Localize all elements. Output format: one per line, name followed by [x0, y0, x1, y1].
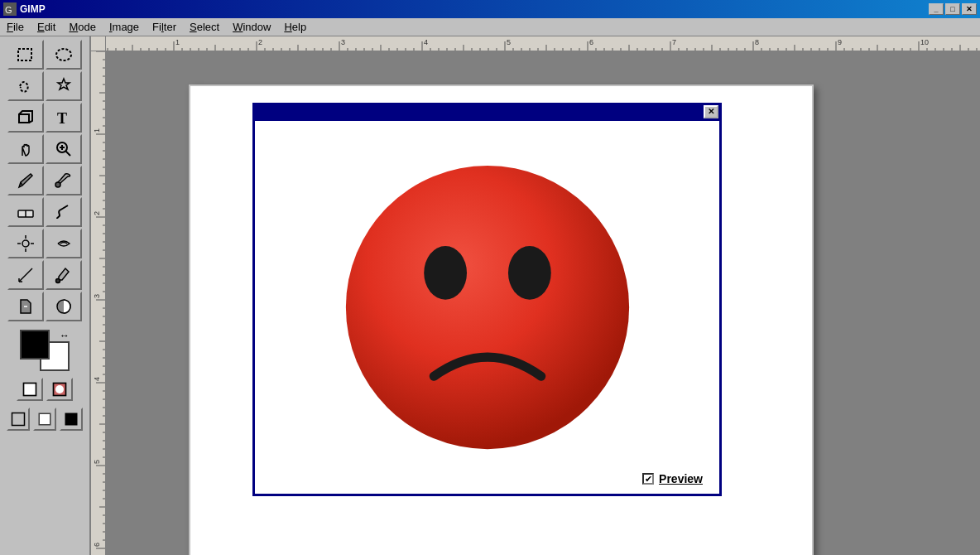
- dialog-close-button[interactable]: ✕: [704, 105, 718, 118]
- menu-help[interactable]: Help: [277, 19, 313, 35]
- preview-area: ✔ Preview: [642, 472, 703, 485]
- title-bar: G GIMP _ □ ✕: [0, 0, 980, 18]
- pencil-tool[interactable]: [7, 166, 44, 195]
- menu-edit[interactable]: Edit: [31, 19, 62, 35]
- quick-mask-button[interactable]: [46, 378, 73, 401]
- fill-tool[interactable]: [7, 292, 44, 321]
- dodge-tool[interactable]: [46, 292, 82, 321]
- presentation-button[interactable]: [60, 408, 83, 431]
- ruler-left: [91, 51, 106, 555]
- standard-screen-button[interactable]: [7, 408, 30, 431]
- tool-row-9: [7, 292, 82, 321]
- svg-point-31: [345, 166, 628, 449]
- svg-point-33: [507, 246, 550, 300]
- tool-row-8: [7, 260, 82, 290]
- preview-label[interactable]: Preview: [659, 472, 703, 485]
- title-bar-left: G GIMP: [3, 2, 46, 16]
- ellipse-select-tool[interactable]: [46, 40, 82, 70]
- tool-row-3: T: [7, 103, 82, 133]
- menu-file[interactable]: File: [0, 19, 31, 35]
- full-screen-button[interactable]: [33, 408, 56, 431]
- tool-row-7: [7, 229, 82, 258]
- zoom-tool[interactable]: [46, 134, 82, 164]
- screen-mode-buttons: [7, 408, 83, 431]
- measure-tool[interactable]: [7, 260, 44, 290]
- transform-tool[interactable]: [7, 103, 44, 133]
- canvas-area: ✕: [106, 51, 980, 555]
- standard-mode-button[interactable]: [17, 378, 43, 401]
- lasso-tool[interactable]: [7, 71, 44, 101]
- color-area: ↔: [7, 330, 83, 431]
- menu-mode[interactable]: Mode: [62, 19, 103, 35]
- svg-line-19: [19, 268, 32, 282]
- tool-row-1: [7, 40, 82, 70]
- sad-face-image: [255, 138, 719, 477]
- dialog-titlebar: ✕: [252, 103, 722, 121]
- quick-mask-buttons: [17, 378, 73, 401]
- svg-rect-27: [12, 413, 25, 426]
- menu-select[interactable]: Select: [183, 19, 226, 35]
- tool-row-2: [7, 71, 82, 101]
- clone-tool[interactable]: [7, 229, 44, 258]
- svg-point-26: [55, 385, 64, 393]
- tool-row-4: [7, 134, 82, 164]
- svg-point-22: [56, 279, 60, 283]
- svg-point-3: [56, 49, 71, 60]
- document-window: ✕: [189, 84, 814, 555]
- foreground-color-swatch[interactable]: [20, 330, 50, 360]
- svg-rect-30: [65, 413, 78, 426]
- swap-colors-icon[interactable]: ↔: [60, 330, 70, 341]
- eraser-tool[interactable]: [7, 197, 44, 227]
- ruler-top: [91, 36, 980, 51]
- svg-point-11: [55, 182, 60, 187]
- svg-point-14: [22, 240, 29, 247]
- minimize-button[interactable]: _: [929, 3, 944, 15]
- svg-line-7: [66, 152, 71, 157]
- svg-text:G: G: [5, 5, 12, 15]
- tool-row-5: [7, 166, 82, 195]
- svg-rect-2: [18, 49, 31, 60]
- paint-brush-tool[interactable]: [46, 197, 82, 227]
- eyedropper-tool[interactable]: [46, 166, 82, 195]
- menu-filter[interactable]: Filter: [146, 19, 183, 35]
- preview-checkbox[interactable]: ✔: [642, 473, 654, 485]
- svg-point-32: [424, 246, 467, 300]
- ruler-corner: [91, 36, 106, 51]
- color-pick-tool[interactable]: [46, 260, 82, 290]
- window-controls: _ □ ✕: [929, 3, 977, 15]
- app-title: GIMP: [20, 3, 46, 15]
- menu-image[interactable]: Image: [103, 19, 146, 35]
- svg-text:T: T: [57, 110, 67, 127]
- svg-rect-4: [19, 114, 29, 123]
- text-tool[interactable]: T: [46, 103, 82, 133]
- rect-select-tool[interactable]: [7, 40, 44, 70]
- maximize-button[interactable]: □: [945, 3, 960, 15]
- tool-row-6: [7, 197, 82, 227]
- svg-rect-29: [40, 414, 50, 424]
- smudge-tool[interactable]: [46, 229, 82, 258]
- svg-rect-24: [24, 384, 36, 396]
- toolbox: T: [0, 36, 91, 555]
- color-swatches: ↔: [20, 330, 70, 371]
- close-button[interactable]: ✕: [962, 3, 977, 15]
- dialog-body: ✔ Preview: [252, 121, 722, 496]
- fuzzy-select-tool[interactable]: [46, 71, 82, 101]
- dialog-window: ✕: [252, 103, 722, 496]
- menu-bar: File Edit Mode Image Filter Select Windo…: [0, 18, 980, 36]
- app-icon: G: [3, 2, 17, 16]
- menu-window[interactable]: Window: [226, 19, 277, 35]
- hand-tool[interactable]: [7, 134, 44, 164]
